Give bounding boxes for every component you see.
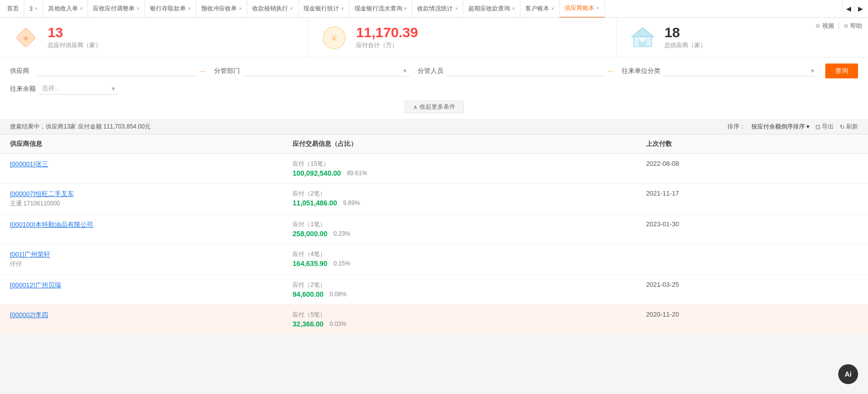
person-filter-dots[interactable]: ···	[608, 67, 614, 75]
stat-payable-amount: ¥ 11,170.39 应付合计（万）	[308, 18, 617, 57]
nav-tab-home[interactable]: 首页	[2, 0, 24, 18]
close-tab-cash-bank-flow[interactable]: ×	[404, 6, 407, 11]
category-filter-chevron-icon: ▾	[811, 67, 814, 74]
query-button[interactable]: 查询	[825, 64, 858, 78]
video-link[interactable]: ⊙ 视频	[815, 22, 834, 30]
nav-tab-overdue-ar[interactable]: 超期应收款查询 ×	[463, 0, 520, 18]
lastpay-date-bente: 2023-01-30	[646, 220, 679, 228]
supplier-sub-hengwang: 王通 17106110000	[10, 199, 292, 208]
export-icon: ⊡	[815, 124, 820, 131]
nav-tab-prepay-ar[interactable]: 预收冲应收单 ×	[196, 0, 247, 18]
close-tab-cash-bank-stat[interactable]: ×	[341, 6, 344, 11]
close-tab-3[interactable]: ×	[35, 6, 38, 11]
trans-amount-bente[interactable]: 258,000.00	[292, 230, 327, 238]
sort-select[interactable]: 按应付余额倒序排序 ▾	[751, 123, 809, 131]
trans-amount-lisi[interactable]: 32,366.00	[292, 320, 323, 328]
table-row: [000012]广州贝瑞 应付（2笔） 94,600.00 0.08% 2021…	[0, 275, 868, 305]
transaction-info-guangzhourongxuan: 应付（4笔） 164,635.90 0.15%	[292, 250, 646, 267]
trans-label-hengwang: 应付（2笔）	[292, 190, 646, 198]
help-link[interactable]: ⊙ 帮助	[844, 22, 862, 30]
stats-bar: ◆ 13 总应付供应商（家） ¥ 11,170.39 应付合计（万） 18 总供…	[0, 18, 868, 58]
category-filter-select[interactable]: ▾	[663, 66, 818, 76]
collapse-button[interactable]: ∧ 收起更多条件	[405, 101, 464, 113]
close-tab-collection-verify[interactable]: ×	[290, 6, 293, 11]
link-divider: |	[838, 22, 840, 30]
nav-tab-supplier-ledger[interactable]: 供应商账本 ×	[560, 0, 605, 18]
table-row: [001]广州荣轩 仔仔 应付（4笔） 164,635.90 0.15%	[0, 244, 868, 275]
nav-tab-overdue-ar-label: 超期应收款查询	[468, 4, 510, 13]
nav-tab-customer-ledger[interactable]: 客户账本 ×	[520, 0, 560, 18]
supplier-link-lisi[interactable]: [000002]李四	[10, 311, 48, 319]
nav-tab-collection-verify-label: 收款核销执行	[252, 4, 288, 13]
balance-filter-value: 选择...	[42, 84, 60, 93]
export-button[interactable]: ⊡ 导出	[815, 123, 834, 131]
trans-amount-zhangsan[interactable]: 100,092,540.00	[292, 169, 341, 177]
supplier-link-bente[interactable]: [000100]本特勤油品有限公司	[10, 221, 93, 228]
supplier-link-zhangsan[interactable]: [000001]张三	[10, 160, 48, 168]
top-links: ⊙ 视频 | ⊙ 帮助	[815, 22, 862, 30]
help-icon: ⊙	[844, 22, 849, 29]
close-tab-overdue-ar[interactable]: ×	[512, 6, 515, 11]
filter-row-1: 供应商 ··· 分管部门 ▾ 分管人员 ··· 往来单位分类 ▾ 查询	[10, 64, 858, 78]
nav-tab-bank-deposit[interactable]: 银行存取款单 ×	[145, 0, 196, 18]
balance-filter-select[interactable]: 选择... ▾	[39, 82, 118, 95]
stat-payable-amount-number: 11,170.39	[356, 25, 418, 41]
supplier-filter-dots[interactable]: ···	[200, 67, 206, 75]
supplier-info-guangzhoubeiru: [000012]广州贝瑞	[10, 281, 292, 290]
nav-tab-cash-bank-flow[interactable]: 现金银行流水查询 ×	[350, 0, 413, 18]
transaction-info-hengwang: 应付（2笔） 11,051,486.00 9.89%	[292, 190, 646, 207]
table-header: 供应商信息 应付交易信息（占比） 上次付数	[0, 134, 868, 154]
refresh-label: 刷新	[846, 123, 858, 131]
sort-arrow-icon: ▾	[806, 123, 809, 130]
store-icon	[629, 24, 656, 52]
nav-right-arrow[interactable]: ▶	[854, 0, 866, 18]
header-lastpay: 上次付数	[646, 139, 858, 148]
close-tab-ar-ap-adjust[interactable]: ×	[137, 6, 140, 11]
person-filter-input[interactable]	[446, 66, 605, 76]
trans-percent-zhangsan: 89.61%	[347, 170, 367, 177]
ai-badge[interactable]: Ai	[838, 364, 858, 384]
close-tab-supplier-ledger[interactable]: ×	[596, 5, 599, 11]
result-bar: 搜索结果中，供应商13家 应付金额 111,703,854.00元 排序： 按应…	[0, 120, 868, 134]
trans-amount-hengwang[interactable]: 11,051,486.00	[292, 199, 337, 207]
nav-tab-customer-ledger-label: 客户账本	[525, 4, 549, 13]
row-bente: [000100]本特勤油品有限公司 应付（1笔） 258,000.00 0.23…	[0, 214, 868, 244]
supplier-link-guangzhourongxuan[interactable]: [001]广州荣轩	[10, 251, 50, 258]
stat-total-suppliers-info: 18 总供应商（家）	[664, 25, 706, 50]
coin-icon: ¥	[320, 24, 348, 52]
close-tab-other-income[interactable]: ×	[80, 6, 83, 11]
supplier-filter-input[interactable]	[38, 66, 197, 76]
nav-tab-3[interactable]: 3 ×	[24, 0, 43, 18]
top-navigation: 首页 3 × 其他收入单 × 应收应付调整单 × 银行存取款单 × 预收冲应收单…	[0, 0, 868, 18]
lastpay-date-hengwang: 2021-11-17	[646, 190, 679, 197]
nav-tab-other-income[interactable]: 其他收入单 ×	[43, 0, 88, 18]
stat-payable-suppliers: ◆ 13 总应付供应商（家）	[0, 18, 308, 57]
supplier-link-hengwang[interactable]: [000007]恒旺二手叉车	[10, 190, 74, 197]
trans-amount-guangzhoubeiru[interactable]: 94,600.00	[292, 290, 323, 298]
trans-amount-guangzhourongxuan[interactable]: 164,635.90	[292, 260, 327, 267]
lastpay-zhangsan: 2022-08-08	[646, 160, 858, 167]
supplier-link-guangzhoubeiru[interactable]: [000012]广州贝瑞	[10, 281, 61, 289]
nav-tab-collection-stat[interactable]: 收款情况统计 ×	[412, 0, 463, 18]
header-supplier: 供应商信息	[10, 139, 292, 148]
supplier-info-lisi: [000002]李四	[10, 311, 292, 320]
refresh-button[interactable]: ↻ 刷新	[840, 123, 858, 131]
dept-filter-select[interactable]: ▾	[243, 66, 410, 76]
nav-tab-ar-ap-adjust[interactable]: 应收应付调整单 ×	[88, 0, 145, 18]
nav-tab-cash-bank-stat[interactable]: 现金银行统计 ×	[298, 0, 350, 18]
trans-row-bente: 258,000.00 0.23%	[292, 230, 646, 238]
close-tab-customer-ledger[interactable]: ×	[551, 6, 554, 11]
person-filter-label: 分管人员	[418, 66, 443, 75]
close-tab-collection-stat[interactable]: ×	[455, 6, 458, 11]
dept-filter-chevron-icon: ▾	[403, 67, 407, 74]
nav-tab-collection-verify[interactable]: 收款核销执行 ×	[247, 0, 298, 18]
nav-tab-cash-bank-stat-label: 现金银行统计	[303, 4, 339, 13]
trans-label-zhangsan: 应付（15笔）	[292, 160, 646, 168]
supplier-info-guangzhourongxuan: [001]广州荣轩 仔仔	[10, 250, 292, 268]
nav-left-arrow[interactable]: ◀	[842, 0, 854, 18]
trans-percent-hengwang: 9.89%	[343, 199, 360, 206]
close-tab-prepay-ar[interactable]: ×	[239, 6, 242, 11]
stat-payable-amount-info: 11,170.39 应付合计（万）	[356, 25, 418, 50]
close-tab-bank-deposit[interactable]: ×	[188, 6, 191, 11]
stat-payable-suppliers-label: 总应付供应商（家）	[48, 41, 101, 50]
